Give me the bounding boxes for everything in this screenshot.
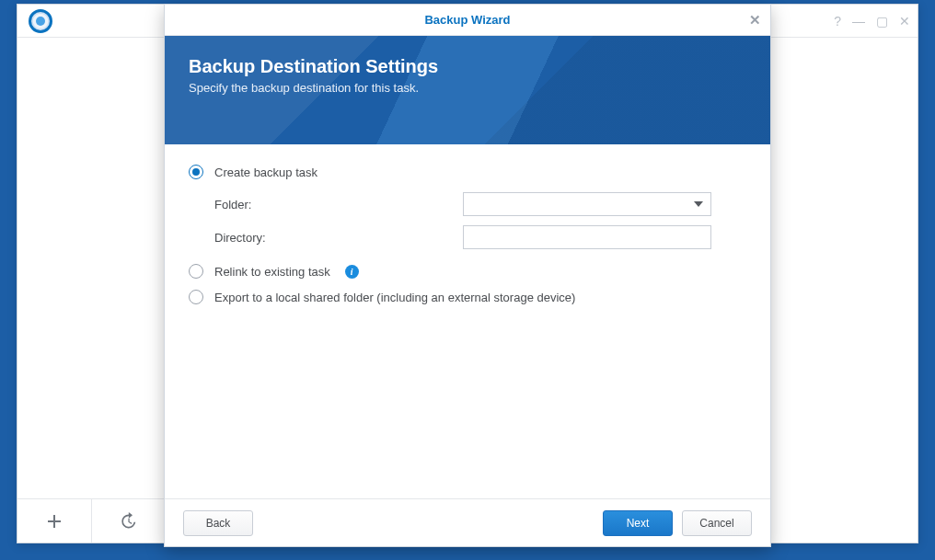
wizard-banner: Backup Destination Settings Specify the …	[165, 36, 770, 144]
left-toolbar	[17, 498, 165, 543]
folder-label: Folder:	[214, 198, 463, 211]
close-icon[interactable]: ✕	[749, 12, 761, 29]
wizard-footer: Back Next Cancel	[165, 498, 770, 546]
wizard-title: Backup Wizard	[424, 13, 510, 27]
chevron-down-icon	[694, 201, 703, 207]
window-controls: ? — ▢ ✕	[834, 14, 910, 29]
option-label: Create backup task	[214, 166, 317, 179]
history-button[interactable]	[92, 499, 166, 543]
option-label: Relink to existing task	[214, 265, 330, 279]
option-relink[interactable]: Relink to existing task i	[189, 264, 746, 279]
help-icon[interactable]: ?	[834, 14, 841, 29]
close-window-icon[interactable]: ✕	[899, 14, 910, 29]
radio-icon[interactable]	[189, 290, 203, 304]
folder-dropdown[interactable]	[463, 192, 711, 216]
directory-input[interactable]	[463, 225, 711, 249]
directory-label: Directory:	[214, 231, 463, 245]
next-button[interactable]: Next	[603, 510, 673, 536]
plus-icon	[46, 513, 63, 530]
banner-title: Backup Destination Settings	[189, 56, 746, 77]
back-button[interactable]: Back	[183, 510, 253, 536]
option-export[interactable]: Export to a local shared folder (includi…	[189, 290, 746, 304]
option-label: Export to a local shared folder (includi…	[214, 291, 575, 304]
create-subfields: Folder: Directory:	[214, 190, 746, 251]
option-create-backup[interactable]: Create backup task	[189, 165, 746, 179]
add-button[interactable]	[17, 499, 92, 543]
minimize-icon[interactable]: —	[852, 14, 865, 29]
maximize-icon[interactable]: ▢	[876, 14, 888, 29]
history-icon	[119, 512, 137, 531]
banner-subtitle: Specify the backup destination for this …	[189, 81, 746, 95]
radio-icon[interactable]	[189, 264, 203, 279]
info-icon[interactable]: i	[345, 265, 359, 279]
wizard-titlebar: Backup Wizard ✕	[165, 5, 770, 36]
backup-wizard-dialog: Backup Wizard ✕ Backup Destination Setti…	[164, 4, 771, 547]
wizard-body: Create backup task Folder: Directory: Re…	[165, 144, 770, 498]
app-logo-icon	[29, 9, 52, 33]
radio-icon[interactable]	[189, 165, 203, 179]
cancel-button[interactable]: Cancel	[682, 510, 752, 536]
